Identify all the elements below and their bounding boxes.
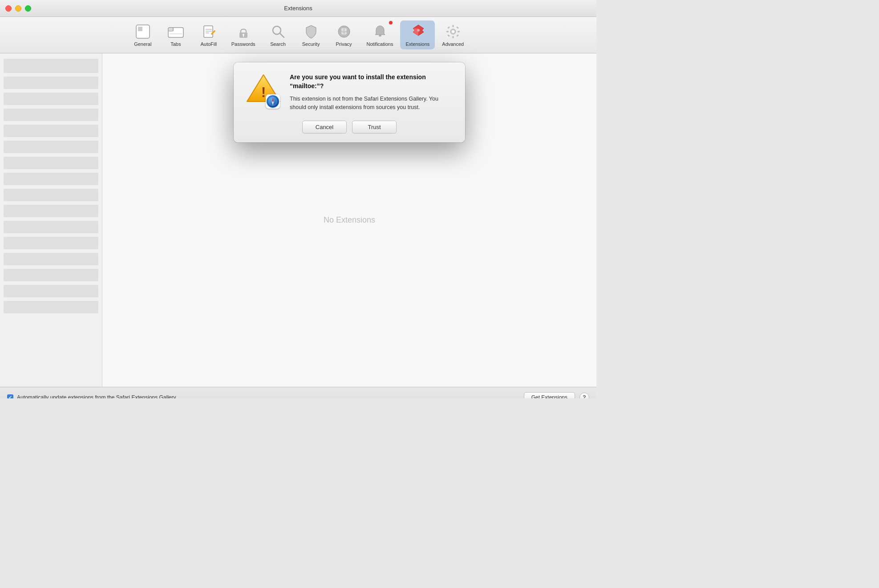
- toolbar-item-wrapper-security: Security: [296, 20, 327, 49]
- toolbar-item-tabs[interactable]: Tabs: [160, 20, 191, 49]
- extensions-icon: [409, 23, 426, 40]
- toolbar-item-wrapper-advanced: Advanced: [437, 20, 469, 49]
- svg-rect-29: [456, 34, 459, 37]
- get-extensions-button[interactable]: Get Extensions: [524, 392, 575, 399]
- sidebar-row-12: [4, 237, 98, 249]
- toolbar-item-wrapper-passwords: Passwords: [226, 20, 261, 49]
- sidebar-row-13: [4, 253, 98, 265]
- svg-rect-23: [452, 36, 454, 38]
- toolbar: General Tabs: [0, 17, 596, 53]
- bottom-right: Get Extensions ?: [524, 392, 589, 399]
- toolbar-item-wrapper-privacy: Privacy: [328, 20, 360, 49]
- sidebar-row-8: [4, 173, 98, 185]
- toolbar-label-tabs: Tabs: [170, 41, 181, 47]
- toolbar-item-general[interactable]: General: [127, 20, 158, 49]
- window-title: Extensions: [284, 5, 312, 12]
- sidebar-row-2: [4, 77, 98, 89]
- modal-overlay: !: [102, 53, 596, 387]
- toolbar-item-security[interactable]: Security: [296, 20, 327, 49]
- modal-body: !: [246, 73, 453, 112]
- sidebar: [0, 53, 102, 387]
- content-area: No Extensions: [102, 53, 596, 387]
- autofill-icon: [200, 23, 217, 40]
- sidebar-row-9: [4, 189, 98, 201]
- toolbar-item-passwords[interactable]: Passwords: [226, 20, 261, 49]
- svg-point-12: [243, 34, 244, 36]
- toolbar-label-autofill: AutoFill: [200, 41, 217, 47]
- modal-description: This extension is not from the Safari Ex…: [290, 95, 453, 112]
- auto-update-label: Automatically update extensions from the…: [17, 394, 176, 399]
- toolbar-item-wrapper-search: Search: [263, 20, 294, 49]
- main-content: No Extensions: [0, 53, 596, 387]
- sidebar-row-3: [4, 93, 98, 105]
- toolbar-item-wrapper-autofill: AutoFill: [193, 20, 224, 49]
- safari-badge: [266, 94, 280, 109]
- toolbar-label-search: Search: [270, 41, 286, 47]
- window-controls: [5, 5, 31, 12]
- sidebar-row-15: [4, 285, 98, 297]
- toolbar-label-general: General: [134, 41, 151, 47]
- toolbar-item-wrapper-extensions: Extensions: [400, 20, 435, 49]
- toolbar-label-security: Security: [302, 41, 320, 47]
- sidebar-row-1: [4, 59, 98, 73]
- toolbar-label-notifications: Notifications: [367, 41, 393, 47]
- close-button[interactable]: [5, 5, 12, 12]
- svg-rect-3: [168, 28, 173, 31]
- auto-update-checkbox[interactable]: [7, 394, 13, 399]
- security-icon: [303, 23, 320, 40]
- toolbar-item-notifications[interactable]: Notifications: [361, 20, 399, 49]
- toolbar-item-advanced[interactable]: Advanced: [437, 20, 469, 49]
- general-icon: [134, 23, 151, 40]
- sidebar-row-4: [4, 109, 98, 121]
- bottom-bar: Automatically update extensions from the…: [0, 387, 596, 398]
- svg-point-21: [452, 30, 454, 33]
- bottom-left: Automatically update extensions from the…: [7, 394, 176, 399]
- svg-rect-24: [446, 31, 449, 32]
- svg-line-15: [280, 33, 284, 37]
- svg-rect-26: [447, 26, 450, 29]
- privacy-icon: [336, 23, 352, 40]
- notifications-icon: [372, 23, 389, 40]
- svg-rect-1: [138, 27, 142, 31]
- advanced-icon: [445, 23, 462, 40]
- minimize-button[interactable]: [15, 5, 21, 12]
- toolbar-item-wrapper-tabs: Tabs: [160, 20, 191, 49]
- svg-rect-28: [447, 34, 450, 37]
- title-bar: Extensions: [0, 0, 596, 17]
- sidebar-row-14: [4, 269, 98, 281]
- toolbar-label-advanced: Advanced: [442, 41, 464, 47]
- toolbar-item-wrapper-general: General: [127, 20, 158, 49]
- toolbar-item-wrapper-notifications: Notifications: [361, 20, 399, 49]
- sidebar-row-16: [4, 301, 98, 313]
- help-button[interactable]: ?: [579, 393, 589, 399]
- toolbar-item-autofill[interactable]: AutoFill: [193, 20, 224, 49]
- toolbar-label-extensions: Extensions: [405, 41, 429, 47]
- modal-title: Are you sure you want to install the ext…: [290, 73, 453, 90]
- maximize-button[interactable]: [25, 5, 31, 12]
- search-icon: [270, 23, 287, 40]
- passwords-icon: [235, 23, 252, 40]
- install-extension-dialog: !: [234, 62, 465, 142]
- toolbar-item-privacy[interactable]: Privacy: [328, 20, 360, 49]
- toolbar-item-search[interactable]: Search: [263, 20, 294, 49]
- toolbar-label-privacy: Privacy: [336, 41, 352, 47]
- svg-rect-22: [452, 25, 454, 27]
- modal-text-area: Are you sure you want to install the ext…: [290, 73, 453, 112]
- sidebar-row-10: [4, 205, 98, 217]
- svg-rect-27: [456, 26, 459, 29]
- toolbar-label-passwords: Passwords: [231, 41, 255, 47]
- trust-button[interactable]: Trust: [352, 121, 397, 134]
- toolbar-item-extensions[interactable]: Extensions: [400, 20, 435, 49]
- sidebar-row-6: [4, 141, 98, 153]
- sidebar-row-11: [4, 221, 98, 233]
- svg-rect-18: [379, 35, 381, 36]
- modal-icon-container: !: [246, 73, 282, 109]
- modal-buttons: Cancel Trust: [246, 121, 453, 134]
- svg-rect-25: [458, 31, 460, 32]
- tabs-icon: [167, 23, 184, 40]
- svg-text:!: !: [261, 84, 266, 100]
- cancel-button[interactable]: Cancel: [302, 121, 347, 134]
- sidebar-row-5: [4, 125, 98, 137]
- svg-point-19: [417, 29, 420, 32]
- sidebar-row-7: [4, 157, 98, 169]
